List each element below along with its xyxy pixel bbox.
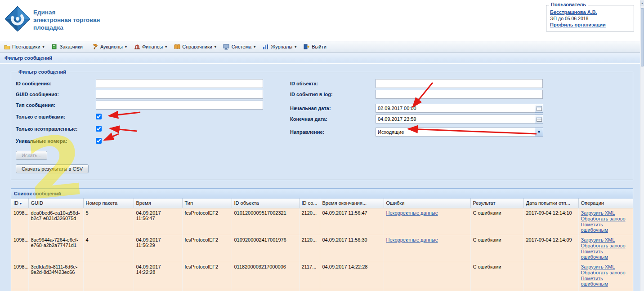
error-details-link[interactable]: Некорректные данные [386, 210, 438, 216]
cell-id: 1098... [11, 289, 28, 291]
cell-end-time: 04.09.2017 11:56:30 [320, 235, 384, 262]
col-header-end-time[interactable]: Время окончания... [320, 198, 384, 208]
mark-error-link[interactable]: Пометить ошибочным [581, 276, 631, 287]
system-monitor-icon [223, 44, 230, 50]
download-csv-button[interactable]: Скачать результаты в CSV [16, 164, 89, 173]
cell-id: 1098... [11, 262, 28, 289]
object-id-input[interactable] [376, 79, 543, 88]
cell-operations: Загрузить XML Обработать заново Пометить… [578, 289, 633, 291]
filter-legend: Фильтр сообщений [17, 69, 68, 75]
cell-errors: Некорректные данные [384, 208, 470, 235]
brand-title: Единая электронная торговая площадка [33, 9, 100, 31]
header-row: ID▾ GUID Номер пакета Время Тип ID объек… [11, 198, 633, 208]
end-date-input[interactable] [376, 115, 535, 123]
cell-end-time: 04.09.2017 20:54:49 [320, 289, 384, 291]
log-event-id-input[interactable] [376, 90, 543, 99]
col-header-id[interactable]: ID▾ [11, 198, 28, 208]
load-xml-link[interactable]: Загрузить XML [581, 264, 631, 269]
calendar-icon[interactable] [535, 104, 543, 113]
load-xml-link[interactable]: Загрузить XML [581, 237, 631, 242]
page-title-bar: Фильтр сообщений [0, 53, 644, 63]
unique-numbers-label: Уникальные номера: [16, 138, 96, 144]
user-name-link[interactable]: Бесстрашнова А.В. [550, 9, 630, 15]
col-header-package[interactable]: Номер пакета [83, 198, 134, 208]
page-title: Фильтр сообщений [4, 55, 52, 61]
reprocess-link[interactable]: Обработать заново [581, 243, 631, 248]
col-header-type[interactable]: Тип [182, 198, 232, 208]
menu-label: Заказчики [60, 44, 83, 49]
chevron-down-icon: ▾ [254, 45, 255, 49]
chevron-down-icon: ▾ [165, 45, 167, 49]
only-errors-label: Только с ошибками: [16, 114, 96, 119]
calendar-icon[interactable] [535, 115, 543, 123]
menu-item-customers[interactable]: Заказчики [51, 44, 85, 50]
cell-object-id: 0118200018217002725 [232, 289, 299, 291]
menu-item-references[interactable]: Справочники▾ [174, 44, 216, 50]
col-header-id-so[interactable]: ID со... [299, 198, 320, 208]
cell-attempt-date: 2017-09-04 12:14:10 [523, 208, 578, 235]
menu-item-system[interactable]: Система▾ [223, 44, 255, 50]
scrollbar-thumb[interactable] [641, 8, 644, 66]
table-row: 1098... dea0bed6-ea10-a56d-b2c7-e831d326… [11, 208, 633, 235]
message-id-label: ID сообщения: [16, 81, 96, 86]
cell-guid: dea0bed6-ea10-a56d-b2c7-e831d326075d [28, 208, 83, 235]
cell-guid: 98d378b-9805-99e7ae5f [28, 289, 83, 291]
message-guid-input[interactable] [96, 90, 263, 99]
menu-item-auctions[interactable]: Аукционы▾ [92, 44, 127, 50]
cell-type: fcsProtocolEF2 [182, 235, 232, 262]
cell-end-time: 04.09.2017 11:56:47 [320, 208, 384, 235]
menu-item-suppliers[interactable]: Поставщики▾ [4, 44, 45, 50]
direction-label: Направление: [290, 129, 376, 135]
chevron-down-icon[interactable]: ▼ [535, 128, 543, 137]
grid-title-bar: Список сообщений [11, 189, 633, 198]
mark-error-link[interactable]: Пометить ошибочным [581, 249, 631, 260]
vertical-scrollbar[interactable]: ▲ [640, 0, 644, 291]
cell-guid: 8ac9644a-7264-e6ef-e768-a2b2a77471d1 [28, 235, 83, 262]
cell-id-so: 2120... [299, 235, 320, 262]
end-date-label: Конечная дата: [290, 116, 376, 122]
cell-guid: 3cdfda9b-8111-6d6e-9e2d-8d34f423ec66 [28, 262, 83, 289]
menu-item-logout[interactable]: Выйти [303, 44, 329, 50]
cell-object-id: 0101200009517002321 [232, 208, 299, 235]
cell-attempt-date [523, 289, 578, 291]
finance-bank-icon [134, 44, 140, 50]
cell-end-time: 04.09.2017 14:22:28 [320, 262, 384, 289]
message-type-input[interactable] [96, 101, 263, 110]
col-header-time[interactable]: Время [134, 198, 182, 208]
message-guid-label: GUID сообщения: [16, 92, 96, 97]
org-profile-link[interactable]: Профиль организации [550, 22, 630, 27]
customers-icon [51, 44, 58, 50]
message-id-input[interactable] [96, 79, 263, 88]
content-area: Фильтр сообщений ID сообщения: GUID сооб… [0, 64, 644, 291]
col-header-object-id[interactable]: ID объекта [232, 198, 299, 208]
menu-label: Журналы [271, 44, 292, 49]
load-xml-link[interactable]: Загрузить XML [581, 210, 631, 216]
chevron-down-icon: ▾ [295, 45, 296, 49]
search-button[interactable]: Искать... [16, 151, 47, 160]
scroll-up-icon[interactable]: ▲ [640, 0, 644, 6]
unique-numbers-checkbox[interactable] [96, 138, 102, 144]
cell-attempt-date: 2017-09-04 12:14:09 [523, 235, 578, 262]
only-errors-checkbox[interactable] [96, 114, 102, 119]
brand-line1: Единая [33, 9, 100, 16]
filter-fieldset: Фильтр сообщений ID сообщения: GUID сооб… [11, 69, 633, 180]
error-details-link[interactable]: Некорректные данные [386, 237, 438, 242]
menu-item-journals[interactable]: Журналы▾ [262, 44, 296, 50]
col-header-attempt-date[interactable]: Дата попытки отп... [523, 198, 578, 208]
reprocess-link[interactable]: Обработать заново [581, 270, 631, 275]
menu-item-finance[interactable]: Финансы▾ [134, 44, 167, 50]
only-unsent-checkbox[interactable] [96, 126, 102, 132]
eetp-logo-icon [4, 6, 31, 33]
reprocess-link[interactable]: Обработать заново [581, 216, 631, 221]
chevron-down-icon: ▾ [43, 45, 45, 49]
cell-operations: Загрузить XML Обработать заново Пометить… [578, 262, 633, 289]
auction-hammer-icon [92, 44, 98, 50]
mark-error-link[interactable]: Пометить ошибочным [581, 222, 631, 233]
col-header-errors[interactable]: Ошибки [384, 198, 470, 208]
cell-type: fcsProtocolEF2 [182, 262, 232, 289]
direction-select[interactable] [376, 128, 535, 137]
col-header-guid[interactable]: GUID [28, 198, 83, 208]
start-date-input[interactable] [376, 104, 535, 113]
col-header-result[interactable]: Результат [470, 198, 523, 208]
col-header-operations[interactable]: Операции [578, 198, 633, 208]
